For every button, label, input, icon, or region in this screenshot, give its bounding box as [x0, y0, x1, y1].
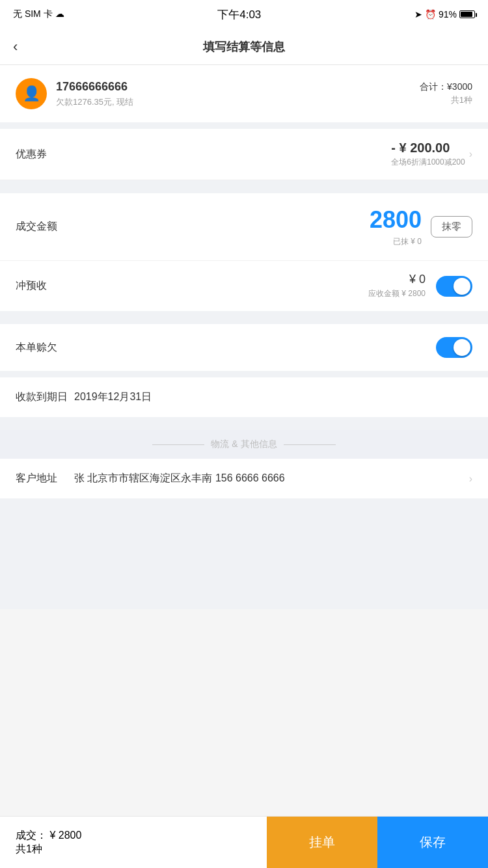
- toggle-knob: [454, 278, 470, 295]
- bottom-spacer: [0, 505, 488, 609]
- summary-label: 成交：: [16, 830, 47, 841]
- avatar: 👤: [16, 78, 47, 109]
- customer-phone: 17666666666: [56, 80, 133, 94]
- amount-sub: 已抹 ¥ 0: [370, 236, 422, 247]
- suspend-button[interactable]: 挂单: [267, 817, 377, 869]
- gray-divider-2: [0, 318, 488, 324]
- prepay-right: ¥ 0 应收金额 ¥ 2800: [368, 273, 472, 299]
- bottom-bar: 成交： ¥ 2800 共1种 挂单 保存: [0, 816, 488, 868]
- location-icon: ➤: [414, 9, 422, 20]
- coupon-right: - ¥ 200.00 全场6折满1000减200 ›: [391, 141, 472, 168]
- content-area: 👤 17666666666 欠款1276.35元, 现结 合计：¥3000 共1…: [0, 65, 488, 609]
- total-count: 共1种: [420, 94, 472, 106]
- summary-count: 共1种: [16, 843, 251, 856]
- battery-percent: 91%: [439, 9, 457, 20]
- amount-row: 成交金额 2800 已抹 ¥ 0 抹零: [0, 193, 488, 260]
- chevron-right-icon: ›: [469, 148, 472, 160]
- back-button[interactable]: ‹: [13, 38, 18, 55]
- sim-text: 无 SIM 卡 ☁: [13, 8, 64, 20]
- address-row[interactable]: 客户地址 张 北京市市辖区海淀区永丰南 156 6666 6666 ›: [0, 459, 488, 498]
- customer-info: 17666666666 欠款1276.35元, 现结: [56, 80, 133, 108]
- prepay-label: 冲预收: [16, 279, 47, 293]
- address-value: 张 北京市市辖区海淀区永丰南 156 6666 6666: [74, 472, 464, 485]
- address-chevron-icon: ›: [469, 473, 472, 485]
- save-button[interactable]: 保存: [377, 817, 488, 869]
- address-section: 客户地址 张 北京市市辖区海淀区永丰南 156 6666 6666 ›: [0, 459, 488, 498]
- credit-toggle-knob: [454, 339, 470, 356]
- round-button[interactable]: 抹零: [431, 216, 472, 237]
- battery-icon: [459, 10, 475, 18]
- customer-total: 合计：¥3000 共1种: [420, 81, 472, 106]
- amount-value-block: 2800 已抹 ¥ 0: [370, 206, 422, 247]
- alarm-icon: ⏰: [425, 9, 436, 20]
- total-label: 合计：¥3000: [420, 81, 472, 93]
- status-right: ➤ ⏰ 91%: [414, 9, 475, 20]
- customer-debt: 欠款1276.35元, 现结: [56, 96, 133, 108]
- prepay-value-block: ¥ 0 应收金额 ¥ 2800: [368, 273, 426, 299]
- page-title: 填写结算等信息: [203, 39, 285, 55]
- prepay-value: ¥ 0: [368, 273, 426, 286]
- due-date-label: 收款到期日: [16, 390, 68, 404]
- credit-row: 本单赊欠: [0, 324, 488, 371]
- coupon-discount: - ¥ 200.00: [391, 141, 465, 156]
- prepay-row: 冲预收 ¥ 0 应收金额 ¥ 2800: [0, 260, 488, 311]
- amount-right: 2800 已抹 ¥ 0 抹零: [370, 206, 472, 247]
- gray-divider-3: [0, 424, 488, 430]
- coupon-info: - ¥ 200.00 全场6折满1000减200: [391, 141, 465, 168]
- prepay-toggle[interactable]: [436, 276, 472, 297]
- customer-card: 👤 17666666666 欠款1276.35元, 现结 合计：¥3000 共1…: [0, 65, 488, 122]
- logistics-divider-text: 物流 & 其他信息: [152, 439, 335, 450]
- status-bar: 无 SIM 卡 ☁ 下午4:03 ➤ ⏰ 91%: [0, 0, 488, 29]
- nav-bar: ‹ 填写结算等信息: [0, 29, 488, 65]
- logistics-divider: 物流 & 其他信息: [0, 430, 488, 459]
- gray-divider-1: [0, 187, 488, 193]
- credit-label: 本单赊欠: [16, 341, 57, 355]
- amount-label: 成交金额: [16, 220, 57, 234]
- status-time: 下午4:03: [217, 7, 261, 22]
- summary-value: ¥ 2800: [49, 830, 81, 841]
- summary-line1: 成交： ¥ 2800: [16, 829, 251, 843]
- coupon-label: 优惠券: [16, 148, 47, 161]
- amount-section: 成交金额 2800 已抹 ¥ 0 抹零 冲预收 ¥ 0 应收金额 ¥ 2800: [0, 193, 488, 311]
- coupon-row[interactable]: 优惠券 - ¥ 200.00 全场6折满1000减200 ›: [0, 129, 488, 180]
- status-left: 无 SIM 卡 ☁: [13, 8, 64, 20]
- customer-left: 👤 17666666666 欠款1276.35元, 现结: [16, 78, 133, 109]
- due-date-row: 收款到期日 2019年12月31日: [0, 377, 488, 417]
- coupon-desc: 全场6折满1000减200: [391, 157, 465, 168]
- due-date-value: 2019年12月31日: [74, 390, 152, 404]
- amount-value: 2800: [370, 206, 422, 234]
- prepay-sub: 应收金额 ¥ 2800: [368, 288, 426, 299]
- bottom-summary: 成交： ¥ 2800 共1种: [0, 829, 267, 856]
- credit-toggle[interactable]: [436, 337, 472, 358]
- address-label: 客户地址: [16, 472, 68, 485]
- coupon-section: 优惠券 - ¥ 200.00 全场6折满1000减200 ›: [0, 129, 488, 180]
- credit-section: 本单赊欠: [0, 324, 488, 371]
